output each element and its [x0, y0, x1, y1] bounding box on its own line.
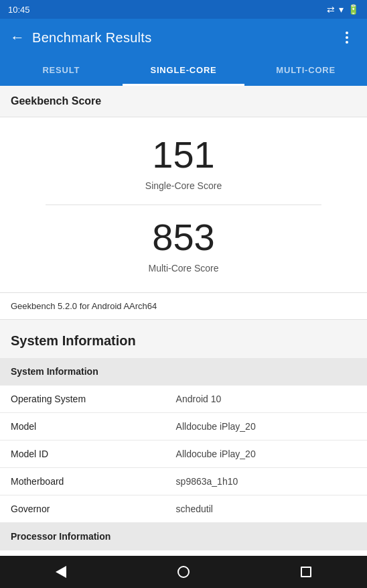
row-key: Operating System — [0, 386, 165, 413]
home-nav-button[interactable] — [169, 557, 198, 587]
status-icons: ⇄ ▾ 🔋 — [327, 4, 359, 15]
back-arrow-icon: ← — [10, 29, 25, 46]
row-value: sp9863a_1h10 — [165, 468, 367, 495]
status-bar: 10:45 ⇄ ▾ 🔋 — [0, 0, 367, 19]
main-content: Geekbench Score 151 Single-Core Score 85… — [0, 86, 367, 556]
table-row: Model Alldocube iPlay_20 — [0, 413, 367, 440]
tab-result[interactable]: RESULT — [0, 56, 123, 86]
back-nav-button[interactable] — [46, 557, 76, 587]
rotate-icon: ⇄ — [327, 4, 335, 15]
system-info-title: System Information — [0, 320, 367, 358]
more-options-button[interactable] — [332, 23, 362, 52]
group-label-processor: Processor Information — [0, 523, 367, 550]
info-table: System Information Operating System Andr… — [0, 358, 367, 556]
single-core-label: Single-Core Score — [145, 180, 222, 191]
battery-icon: 🔋 — [348, 4, 359, 15]
recent-nav-button[interactable] — [291, 557, 321, 587]
app-bar: ← Benchmark Results — [0, 19, 367, 56]
single-core-score: 151 — [152, 136, 214, 174]
wifi-icon: ▾ — [339, 4, 344, 15]
row-value: Android 10 — [165, 386, 367, 413]
table-row: Motherboard sp9863a_1h10 — [0, 468, 367, 495]
tab-single-core[interactable]: SINGLE-CORE — [123, 56, 245, 86]
geekbench-section-header: Geekbench Score — [0, 86, 367, 117]
bottom-nav — [0, 556, 367, 588]
recent-nav-icon — [301, 567, 311, 577]
row-key: Governor — [0, 495, 165, 523]
row-value: schedutil — [165, 495, 367, 523]
app-bar-title: Benchmark Results — [32, 30, 332, 46]
row-value: Alldocube iPlay_20 — [165, 413, 367, 440]
home-nav-icon — [177, 566, 190, 578]
tab-multi-core[interactable]: MULTI-CORE — [244, 56, 367, 86]
group-label-system: System Information — [0, 358, 367, 386]
row-key: Name — [0, 550, 165, 556]
table-row: Model ID Alldocube iPlay_20 — [0, 440, 367, 468]
version-bar: Geekbench 5.2.0 for Android AArch64 — [0, 292, 367, 320]
group-header-processor: Processor Information — [0, 523, 367, 550]
row-value: Alldocube iPlay_20 — [165, 440, 367, 468]
table-row: Governor schedutil — [0, 495, 367, 523]
row-key: Model ID — [0, 440, 165, 468]
score-area: 151 Single-Core Score 853 Multi-Core Sco… — [0, 117, 367, 292]
back-nav-icon — [56, 566, 66, 578]
more-dots-icon — [346, 32, 348, 44]
table-row: Name ARM Unisoc — [0, 550, 367, 556]
multi-core-label: Multi-Core Score — [148, 263, 218, 274]
back-button[interactable]: ← — [3, 23, 32, 52]
time: 10:45 — [8, 5, 30, 15]
multi-core-score: 853 — [152, 219, 214, 256]
version-text: Geekbench 5.2.0 for Android AArch64 — [11, 301, 157, 311]
row-value: ARM Unisoc — [165, 550, 367, 556]
row-key: Model — [0, 413, 165, 440]
group-header-system: System Information — [0, 358, 367, 386]
score-divider — [46, 204, 322, 205]
row-key: Motherboard — [0, 468, 165, 495]
tab-bar: RESULT SINGLE-CORE MULTI-CORE — [0, 56, 367, 86]
table-row: Operating System Android 10 — [0, 386, 367, 413]
